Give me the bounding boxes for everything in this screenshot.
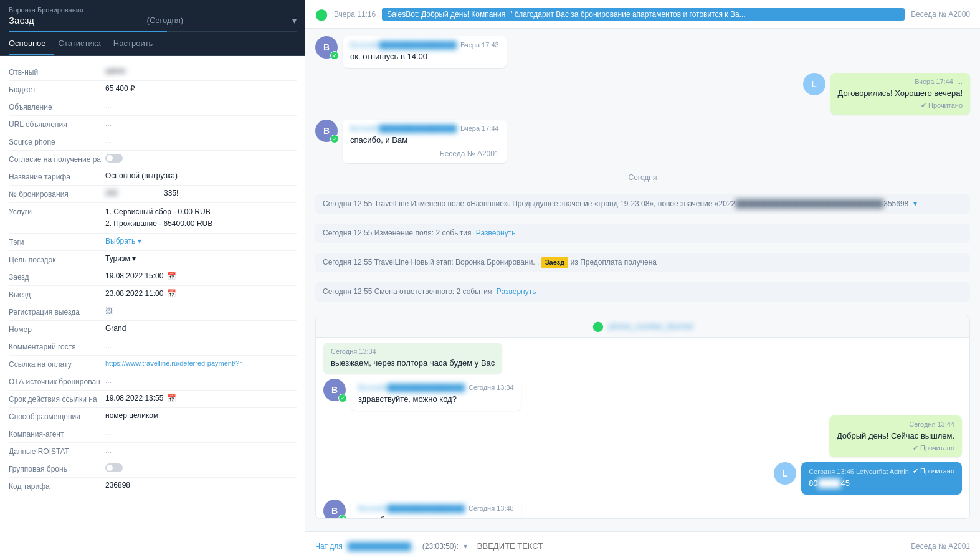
field-row-comment: Комментарий гостя ... bbox=[9, 338, 297, 356]
field-value-payment-link: https://www.travelline.ru/deferred-payme… bbox=[105, 359, 297, 368]
convo-bubble-cm3: Сегодня 13:44 Добрый день! Сейчас вышлем… bbox=[829, 415, 962, 458]
funnel-title-row: Заезд (Сегодня) ▾ bbox=[9, 15, 297, 26]
field-label-soglasie: Согласие на получение ра bbox=[9, 154, 105, 164]
avatar-cm4-out: L bbox=[774, 462, 796, 485]
field-value-roistat: ... bbox=[105, 446, 297, 455]
avatar-m2-out: L bbox=[803, 73, 825, 95]
toggle-group[interactable] bbox=[105, 463, 123, 472]
field-row-company: Компания-агент ... bbox=[9, 425, 297, 443]
msg-time-row-m2: ✔ Прочитано bbox=[838, 102, 963, 110]
funnel-header: Воронка Бронирования Заезд (Сегодня) ▾ bbox=[0, 0, 305, 32]
field-label-reg-vyezd: Регистрация выезда bbox=[9, 306, 105, 316]
convo-text-cm1: выезжаем, через полтора часа будем у Вас bbox=[331, 357, 495, 369]
field-label-tarif-code: Код тарифа bbox=[9, 481, 105, 491]
msg-bubble-m3: Виталий ████████████████ Вчера 17:44 спа… bbox=[343, 120, 507, 163]
convo-header-cm4: Сегодня 13:46 Letyourflat Admin ✔ Прочит… bbox=[809, 467, 954, 475]
chat-top-message[interactable]: SalesBot: Добрый день! Компания ' ' благ… bbox=[382, 8, 905, 21]
tab-nastroit[interactable]: Настроить bbox=[113, 32, 161, 55]
avatar-cm2: В ✓ bbox=[323, 379, 346, 401]
field-row-booking-number: № бронирования 202 335! bbox=[9, 186, 297, 203]
field-label-source-phone: Source phone bbox=[9, 136, 105, 146]
whatsapp-badge-m3: ✓ bbox=[330, 135, 339, 143]
chat-input-for: ████████████... bbox=[348, 542, 417, 551]
whatsapp-badge-cm2: ✓ bbox=[338, 394, 347, 402]
chat-dropdown-icon[interactable]: ▾ bbox=[464, 542, 467, 551]
convo-phone: phone_number_blurred bbox=[609, 321, 693, 331]
field-row-room: Номер Grand bbox=[9, 321, 297, 338]
convo-section-a2001: ⬤ phone_number_blurred Сегодня 13:34 вые… bbox=[315, 315, 970, 519]
message-row-m1: В ✓ Виталий ████████████████ Вчера 17:43… bbox=[315, 36, 970, 68]
field-value-url-obyavlenie: ... bbox=[105, 119, 297, 128]
expand-link-1[interactable]: ▾ bbox=[913, 199, 917, 208]
convo-header-cm3: Сегодня 13:44 bbox=[837, 420, 954, 428]
field-value-reg-vyezd[interactable]: 🖼 bbox=[105, 306, 297, 315]
field-row-otvny: Отв-ный admin bbox=[9, 64, 297, 81]
calendar-icon-checkout[interactable]: 📅 bbox=[167, 289, 176, 298]
msg-time-m3: Вчера 17:44 bbox=[460, 125, 499, 132]
funnel-label: Воронка Бронирования bbox=[9, 6, 297, 14]
left-panel: Воронка Бронирования Заезд (Сегодня) ▾ О… bbox=[0, 0, 305, 560]
toggle-soglasie[interactable] bbox=[105, 154, 123, 163]
field-value-group[interactable] bbox=[105, 463, 297, 474]
field-value-company: ... bbox=[105, 429, 297, 437]
calendar-icon-checkin[interactable]: 📅 bbox=[167, 272, 176, 280]
sender-name-cm5: Виталий ████████████████ bbox=[358, 505, 465, 512]
field-label-tags: Тэги bbox=[9, 237, 105, 247]
payment-link[interactable]: https://www.travelline.ru/deferred-payme… bbox=[105, 359, 242, 367]
chat-input-field[interactable] bbox=[472, 541, 906, 551]
convo-bubble-cm5: Виталий ████████████████ Сегодня 13:48 с… bbox=[351, 500, 521, 519]
day-divider: Сегодня bbox=[315, 168, 970, 187]
whatsapp-icon-convo: ⬤ bbox=[592, 320, 604, 332]
field-row-group: Групповая бронь bbox=[9, 460, 297, 478]
tab-statistika[interactable]: Статистика bbox=[59, 32, 108, 55]
field-label-obyavlenie: Объявление bbox=[9, 102, 105, 112]
funnel-chevron-icon[interactable]: ▾ bbox=[292, 16, 297, 26]
whatsapp-icon-topbar: ⬤ bbox=[315, 7, 328, 21]
avatar-m1: В ✓ bbox=[315, 36, 338, 59]
convo-msg-cm4: Сегодня 13:46 Letyourflat Admin ✔ Прочит… bbox=[323, 462, 962, 495]
convo-bubble-cm4: Сегодня 13:46 Letyourflat Admin ✔ Прочит… bbox=[801, 462, 962, 495]
expand-link-2[interactable]: Развернуть bbox=[476, 229, 516, 237]
tab-osnovnoe[interactable]: Основное bbox=[9, 32, 54, 55]
calendar-icon-link-expire[interactable]: 📅 bbox=[167, 394, 176, 402]
system-event-3: Сегодня 12:55 TravelLine Новый этап: Вор… bbox=[315, 253, 970, 273]
field-label-room: Номер bbox=[9, 324, 105, 334]
field-row-budget: Бюджет 65 400 ₽ bbox=[9, 81, 297, 98]
field-value-goal[interactable]: Туризм ▾ bbox=[105, 254, 297, 263]
field-label-company: Компания-агент bbox=[9, 429, 105, 439]
convo-text-cm4: 80████45 bbox=[809, 477, 954, 490]
field-label-checkout: Выезд bbox=[9, 289, 105, 299]
field-row-roistat: Данные ROISTAT ... bbox=[9, 443, 297, 460]
field-label-tarif-name: Название тарифа bbox=[9, 171, 105, 181]
msg-read-m2: ... bbox=[957, 78, 963, 85]
funnel-subtitle: (Сегодня) bbox=[147, 16, 183, 25]
field-row-checkout: Выезд 23.08.2022 11:00 📅 bbox=[9, 286, 297, 303]
convo-msg-cm5: В ✓ Виталий ████████████████ Сегодня 13:… bbox=[323, 500, 962, 519]
field-label-goal: Цель поездок bbox=[9, 254, 105, 264]
system-event-4: Сегодня 12:55 Смена ответственного: 2 со… bbox=[315, 282, 970, 301]
field-value-otvny: admin bbox=[105, 67, 297, 75]
msg-bubble-m1: Виталий ████████████████ Вчера 17:43 ок.… bbox=[343, 36, 507, 68]
msg-read-cm3: ✔ Прочитано bbox=[913, 444, 954, 452]
chat-input-label: Чат для bbox=[315, 542, 343, 551]
field-value-tags[interactable]: Выбрать ▾ bbox=[105, 237, 297, 245]
funnel-progress bbox=[9, 31, 297, 32]
expand-link-4[interactable]: Развернуть bbox=[497, 287, 536, 296]
field-value-room: Grand bbox=[105, 324, 297, 333]
field-value-uslugi: 1. Сервисный сбор - 0.00 RUB 2. Проживан… bbox=[105, 206, 297, 230]
field-row-goal: Цель поездок Туризм ▾ bbox=[9, 251, 297, 268]
field-label-url-obyavlenie: URL объявления bbox=[9, 119, 105, 129]
message-row-m3: В ✓ Виталий ████████████████ Вчера 17:44… bbox=[315, 120, 970, 163]
chat-input-bar: Чат для ████████████... (23:03:50): ▾ Бе… bbox=[305, 531, 980, 560]
stage-badge: Заезд bbox=[541, 257, 569, 269]
convo-text-cm3: Добрый день! Сейчас вышлем. bbox=[837, 430, 954, 442]
field-value-soglasie[interactable] bbox=[105, 154, 297, 164]
field-label-roistat: Данные ROISTAT bbox=[9, 446, 105, 456]
sender-name-m3: Виталий ████████████████ bbox=[350, 125, 457, 132]
field-label-ota: ОТА источник бронирован bbox=[9, 376, 105, 386]
field-value-placement: номер целиком bbox=[105, 411, 297, 420]
reg-icon: 🖼 bbox=[105, 306, 113, 315]
msg-time-m1: Вчера 17:43 bbox=[460, 41, 499, 49]
msg-bubble-m2: Вчера 17:44 ... Договорились! Хорошего в… bbox=[830, 73, 971, 115]
field-label-payment-link: Ссылка на оплату bbox=[9, 359, 105, 369]
